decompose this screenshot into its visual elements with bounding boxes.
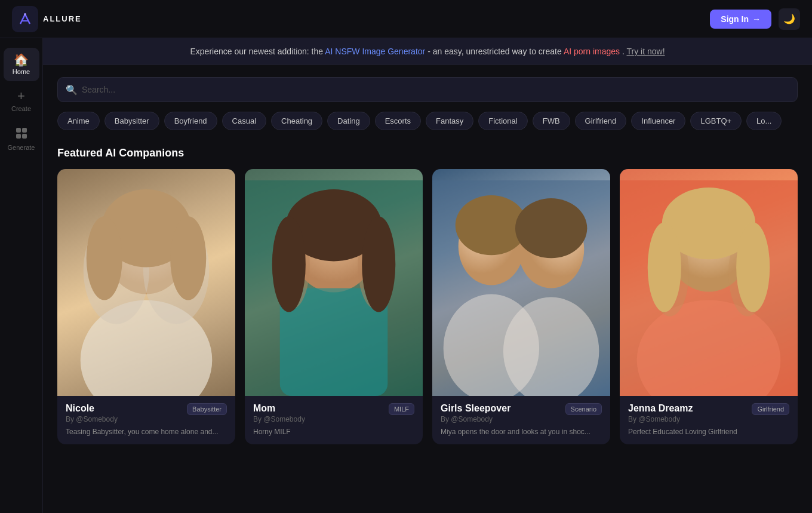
banner-prefix: Experience our newest addition: the <box>190 47 325 56</box>
section-title: Featured AI Companions <box>57 147 798 159</box>
banner-try-now-link[interactable]: Try it now! <box>626 47 665 56</box>
header: ALLURE Sign In → 🌙 <box>0 0 812 38</box>
sign-in-arrow-icon: → <box>752 14 761 24</box>
svg-point-35 <box>736 222 770 312</box>
card-info-jenna: Jenna Dreamz By @Somebody Girlfriend Per… <box>620 396 798 444</box>
banner-suffix: . <box>622 47 625 56</box>
tag-casual[interactable]: Casual <box>222 112 266 130</box>
svg-point-34 <box>648 222 681 312</box>
card-image-jenna <box>620 169 798 396</box>
companion-card-girls-sleepover[interactable]: Girls Sleepover By @Somebody Scenario Mi… <box>432 169 610 444</box>
sidebar: 🏠 Home + Create Generate <box>0 38 43 513</box>
card-image-girls-sleepover <box>432 169 610 396</box>
card-desc-jenna: Perfect Educated Loving Girlfriend <box>628 427 789 437</box>
svg-rect-5 <box>22 134 27 139</box>
card-info-girls-sleepover: Girls Sleepover By @Somebody Scenario Mi… <box>432 396 610 444</box>
generate-icon <box>15 127 28 142</box>
tag-boyfriend[interactable]: Boyfriend <box>164 112 217 130</box>
brand-name: ALLURE <box>43 14 82 23</box>
card-figure-girls-sleepover <box>432 169 610 396</box>
card-name-girls-sleepover: Girls Sleepover By @Somebody <box>441 403 510 423</box>
sidebar-item-create[interactable]: + Create <box>4 84 39 118</box>
tags-row: Anime Babysitter Boyfriend Casual Cheati… <box>57 112 798 133</box>
svg-rect-2 <box>16 128 21 133</box>
search-input[interactable] <box>57 77 798 102</box>
card-top-row-nicole: Nicole By @Somebody Babysitter <box>66 403 227 423</box>
card-name-jenna: Jenna Dreamz By @Somebody <box>628 403 693 423</box>
companion-card-jenna[interactable]: Jenna Dreamz By @Somebody Girlfriend Per… <box>620 169 798 444</box>
svg-point-19 <box>272 216 306 312</box>
tag-fwb[interactable]: FWB <box>533 112 570 130</box>
card-figure-nicole <box>57 169 235 396</box>
sidebar-item-home-label: Home <box>13 68 30 75</box>
page-content: 🔍 Anime Babysitter Boyfriend Casual Chea… <box>43 65 812 456</box>
card-author-girls-sleepover: @Somebody <box>451 415 493 423</box>
svg-point-12 <box>170 216 206 300</box>
card-desc-girls-sleepover: Miya opens the door and looks at you in … <box>441 427 602 437</box>
main-content: Experience our newest addition: the AI N… <box>43 38 812 456</box>
card-name-nicole: Nicole By @Somebody <box>66 403 118 423</box>
svg-point-27 <box>515 198 587 258</box>
tag-fantasy[interactable]: Fantasy <box>426 112 473 130</box>
card-top-row-mom: Mom By @Somebody MILF <box>253 403 414 423</box>
tag-lo[interactable]: Lo... <box>746 112 782 130</box>
card-info-nicole: Nicole By @Somebody Babysitter Teasing B… <box>57 396 235 444</box>
svg-rect-3 <box>22 128 27 133</box>
card-author-mom: @Somebody <box>263 415 305 423</box>
sidebar-item-generate-label: Generate <box>8 144 35 151</box>
card-badge-nicole: Babysitter <box>187 403 227 415</box>
tag-girlfriend[interactable]: Girlfriend <box>575 112 627 130</box>
card-author-nicole: @Somebody <box>76 415 118 423</box>
svg-rect-4 <box>16 134 21 139</box>
moon-icon: 🌙 <box>783 13 795 24</box>
svg-rect-0 <box>14 8 36 30</box>
svg-point-20 <box>362 216 395 312</box>
sidebar-item-generate[interactable]: Generate <box>4 121 39 157</box>
card-badge-girls-sleepover: Scenario <box>565 403 602 415</box>
card-image-mom <box>245 169 423 396</box>
logo-wrapper: ALLURE <box>12 6 82 32</box>
card-top-row-girls-sleepover: Girls Sleepover By @Somebody Scenario <box>441 403 602 423</box>
card-info-mom: Mom By @Somebody MILF Horny MILF <box>245 396 423 444</box>
tag-fictional[interactable]: Fictional <box>478 112 527 130</box>
card-desc-mom: Horny MILF <box>253 427 414 437</box>
brand-logo <box>12 6 38 32</box>
tag-influencer[interactable]: Influencer <box>631 112 685 130</box>
tag-lgbtq[interactable]: LGBTQ+ <box>690 112 742 130</box>
tag-anime[interactable]: Anime <box>57 112 100 130</box>
plus-icon: + <box>17 90 25 103</box>
header-actions: Sign In → 🌙 <box>710 8 800 30</box>
tag-babysitter[interactable]: Babysitter <box>104 112 159 130</box>
home-icon: 🏠 <box>14 54 29 66</box>
companion-card-mom[interactable]: Mom By @Somebody MILF Horny MILF <box>245 169 423 444</box>
sidebar-item-create-label: Create <box>11 105 31 112</box>
card-badge-jenna: Girlfriend <box>752 403 789 415</box>
card-desc-nicole: Teasing Babysitter, you come home alone … <box>66 427 227 437</box>
sign-in-button[interactable]: Sign In → <box>710 10 771 29</box>
banner-link-generator[interactable]: AI NSFW Image Generator <box>325 47 425 56</box>
tag-cheating[interactable]: Cheating <box>271 112 322 130</box>
search-wrapper: 🔍 <box>57 77 798 102</box>
card-figure-jenna <box>620 169 798 396</box>
card-name-mom: Mom By @Somebody <box>253 403 305 423</box>
sign-in-label: Sign In <box>721 14 749 24</box>
promo-banner: Experience our newest addition: the AI N… <box>43 38 812 65</box>
svg-point-11 <box>87 216 122 300</box>
sidebar-item-home[interactable]: 🏠 Home <box>4 48 39 81</box>
card-badge-mom: MILF <box>389 403 414 415</box>
companion-card-nicole[interactable]: Nicole By @Somebody Babysitter Teasing B… <box>57 169 235 444</box>
banner-middle: - an easy, unrestricted way to create <box>427 47 564 56</box>
card-author-jenna: @Somebody <box>638 415 680 423</box>
theme-toggle-button[interactable]: 🌙 <box>779 8 800 30</box>
svg-point-1 <box>24 13 26 16</box>
card-image-nicole <box>57 169 235 396</box>
tag-dating[interactable]: Dating <box>327 112 370 130</box>
search-icon: 🔍 <box>66 84 78 96</box>
tag-escorts[interactable]: Escorts <box>375 112 421 130</box>
card-figure-mom <box>245 169 423 396</box>
card-top-row-jenna: Jenna Dreamz By @Somebody Girlfriend <box>628 403 789 423</box>
cards-grid: Nicole By @Somebody Babysitter Teasing B… <box>57 169 798 444</box>
banner-link-images[interactable]: AI porn images <box>564 47 620 56</box>
